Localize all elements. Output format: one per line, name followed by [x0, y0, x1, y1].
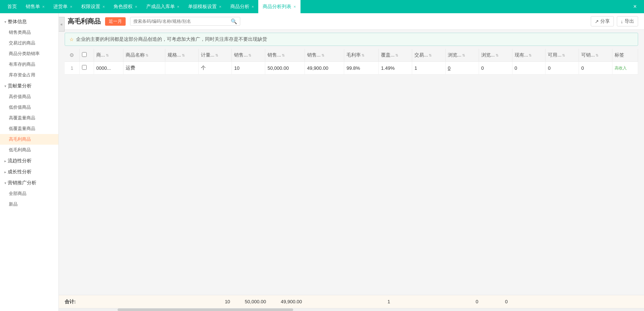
- row-coverage: 1.49%: [379, 62, 412, 75]
- settings-icon[interactable]: ⚙: [69, 52, 74, 58]
- row-select-checkbox[interactable]: [82, 65, 87, 70]
- sort-icon[interactable]: ⇅: [462, 53, 465, 57]
- col-header-11[interactable]: 交易...⇅: [412, 49, 446, 62]
- col-header-17: 标签: [612, 49, 638, 62]
- sidebar-group-成长性分析[interactable]: ▸成长性分析: [0, 166, 58, 177]
- sort-icon[interactable]: ⇅: [215, 53, 218, 57]
- sidebar-item-低价值商品[interactable]: 低价值商品: [0, 102, 58, 113]
- footer-cell-10: [397, 299, 427, 304]
- sidebar-group-流趋性分析[interactable]: ▸流趋性分析: [0, 155, 58, 166]
- sort-icon[interactable]: ⇅: [282, 53, 285, 57]
- footer-cell-0: [90, 299, 120, 304]
- select-all-checkbox[interactable]: [82, 52, 87, 57]
- nav-item-销售单[interactable]: 销售单×: [21, 0, 49, 13]
- sort-icon[interactable]: ⇅: [596, 53, 598, 57]
- col-header-4[interactable]: 规格...⇅: [165, 49, 198, 62]
- nav-item-首页[interactable]: 首页: [3, 0, 21, 13]
- col-header-9[interactable]: 毛利率⇅: [344, 49, 379, 62]
- col-header-5[interactable]: 计量...⇅: [198, 49, 232, 62]
- export-button[interactable]: ↓ 导出: [617, 16, 638, 26]
- nav-item-商品分析列表[interactable]: 商品分析列表×: [258, 0, 300, 13]
- table-body: 10000...运费个1050,000.0049,900.0099.8%1.49…: [65, 62, 638, 75]
- col-header-13[interactable]: 浏览...⇅: [479, 49, 512, 62]
- sidebar-group-贡献量分析[interactable]: ▾贡献量分析: [0, 80, 58, 91]
- scrollbar-thumb[interactable]: [118, 308, 293, 311]
- col-header-12[interactable]: 浏览...⇅: [445, 49, 479, 62]
- footer-cell-8: [339, 299, 368, 304]
- share-button[interactable]: ↗ 分享: [591, 16, 614, 26]
- search-input[interactable]: [133, 19, 231, 24]
- sidebar-item-高覆盖量商品[interactable]: 高覆盖量商品: [0, 113, 58, 123]
- col-header-16[interactable]: 可销...⇅: [579, 49, 612, 62]
- sort-icon[interactable]: ⇅: [496, 53, 499, 57]
- sidebar-group-整体信息[interactable]: ▾整体信息: [0, 16, 58, 27]
- sidebar-group-营销推广分析[interactable]: ▾营销推广分析: [0, 177, 58, 188]
- nav-item-角色授权[interactable]: 角色授权×: [109, 0, 141, 13]
- sort-icon[interactable]: ⇅: [182, 53, 185, 57]
- sort-icon[interactable]: ⇅: [529, 53, 532, 57]
- sort-icon[interactable]: ⇅: [321, 53, 324, 57]
- top-navigation: 首页销售单×进货单×权限设置×角色授权×产成品入库单×单据模板设置×商品分析×商…: [0, 0, 644, 13]
- row-checkbox[interactable]: [79, 62, 94, 75]
- footer-cell-6: 49,900.00: [273, 299, 309, 304]
- sort-icon[interactable]: ⇅: [361, 53, 364, 57]
- footer-cell-12: 0: [456, 299, 486, 304]
- col-header-14[interactable]: 现有...⇅: [512, 49, 546, 62]
- footer-cell-14: [515, 299, 544, 304]
- window-close-button[interactable]: ×: [629, 0, 641, 13]
- col-header-6[interactable]: 销售...⇅: [232, 49, 265, 62]
- bottom-scrollbar[interactable]: [59, 308, 644, 311]
- nav-item-产成品入库单[interactable]: 产成品入库单×: [142, 0, 184, 13]
- search-icon[interactable]: 🔍: [231, 18, 237, 24]
- table-wrapper[interactable]: ⚙商...⇅商品名称⇅规格...⇅计量...⇅销售...⇅销售...⇅销售...…: [59, 49, 644, 295]
- nav-item-权限设置[interactable]: 权限设置×: [77, 0, 109, 13]
- page-header: 高毛利商品 近一月 🔍 ↗ 分享 ↓ 导出: [59, 13, 644, 30]
- nav-close-icon[interactable]: ×: [177, 4, 179, 9]
- sort-icon[interactable]: ⇅: [106, 53, 109, 57]
- nav-close-icon[interactable]: ×: [102, 4, 105, 9]
- col-header-10[interactable]: 覆盖...⇅: [379, 49, 412, 62]
- sidebar-item-新品[interactable]: 新品: [0, 199, 58, 210]
- sort-icon[interactable]: ⇅: [248, 53, 251, 57]
- col-header-15[interactable]: 可用...⇅: [546, 49, 579, 62]
- sort-icon[interactable]: ⇅: [145, 53, 148, 57]
- col-header-2[interactable]: 商...⇅: [94, 49, 123, 62]
- sidebar-item-高毛利商品[interactable]: 高毛利商品: [0, 134, 58, 145]
- sidebar-item-销售类商品[interactable]: 销售类商品: [0, 27, 58, 38]
- sidebar-item-全部商品[interactable]: 全部商品: [0, 188, 58, 199]
- sidebar-collapse-button[interactable]: «: [59, 17, 65, 32]
- sidebar-item-商品分类助销率[interactable]: 商品分类助销率: [0, 48, 58, 59]
- row-sale2: 50,000.00: [265, 62, 305, 75]
- row-sale3: 49,900.00: [305, 62, 344, 75]
- sidebar-item-低毛利商品[interactable]: 低毛利商品: [0, 145, 58, 155]
- nav-close-icon[interactable]: ×: [42, 4, 44, 9]
- nav-item-单据模板设置[interactable]: 单据模板设置×: [184, 0, 226, 13]
- nav-item-商品分析[interactable]: 商品分析×: [226, 0, 258, 13]
- nav-close-icon[interactable]: ×: [219, 4, 221, 9]
- group-arrow-icon: ▾: [4, 181, 6, 185]
- nav-item-进货单[interactable]: 进货单×: [49, 0, 76, 13]
- browse-link[interactable]: 0: [448, 65, 450, 71]
- page-title: 高毛利商品: [68, 17, 101, 26]
- sort-icon[interactable]: ⇅: [562, 53, 565, 57]
- footer-label: 合计:: [65, 299, 76, 305]
- sidebar-item-库存资金占用[interactable]: 库存资金占用: [0, 70, 58, 80]
- nav-close-icon[interactable]: ×: [135, 4, 137, 9]
- sort-icon[interactable]: ⇅: [429, 53, 432, 57]
- nav-close-icon[interactable]: ×: [294, 4, 296, 9]
- row-browse1[interactable]: 0: [445, 62, 479, 75]
- sidebar-item-交易过的商品[interactable]: 交易过的商品: [0, 38, 58, 48]
- sidebar-item-有库存的商品[interactable]: 有库存的商品: [0, 59, 58, 70]
- tag-badge: 高收入: [615, 66, 627, 70]
- col-header-3[interactable]: 商品名称⇅: [123, 49, 165, 62]
- col-header-7[interactable]: 销售...⇅: [265, 49, 305, 62]
- nav-close-icon[interactable]: ×: [70, 4, 72, 9]
- sidebar-item-低覆盖量商品[interactable]: 低覆盖量商品: [0, 123, 58, 134]
- filter-period-button[interactable]: 近一月: [105, 17, 126, 26]
- sidebar-item-高价值商品[interactable]: 高价值商品: [0, 91, 58, 102]
- col-header-8[interactable]: 销售...⇅: [305, 49, 344, 62]
- sort-icon[interactable]: ⇅: [395, 53, 398, 57]
- main-layout: ▾整体信息销售类商品交易过的商品商品分类助销率有库存的商品库存资金占用▾贡献量分…: [0, 13, 644, 311]
- nav-close-icon[interactable]: ×: [252, 4, 254, 9]
- tip-text: 企业的主要的利润都是这部分商品创造的，可考虑加大推广，同时关注库存是不要出现缺货: [76, 36, 267, 43]
